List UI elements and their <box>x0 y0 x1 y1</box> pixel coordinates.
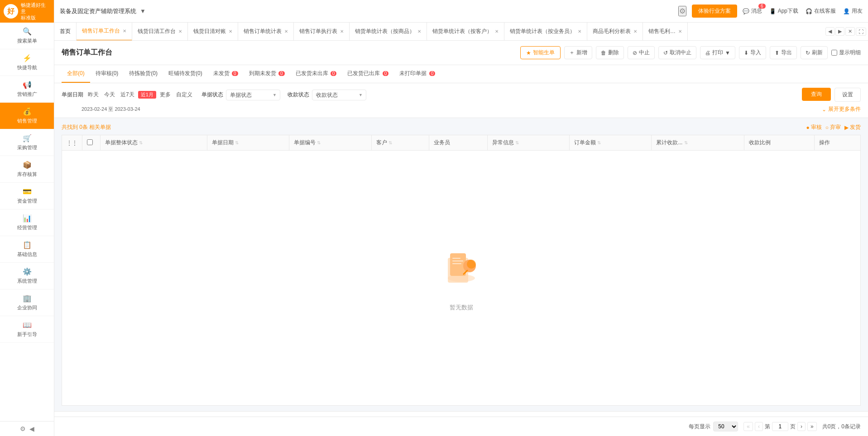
solution-btn[interactable]: 体验行业方案 <box>692 5 737 18</box>
display-detail-input[interactable] <box>831 50 837 56</box>
table-header-row: ⋮⋮ 单据整体状态 ⇅ 单据日期 ⇅ 单据编号 ⇅ <box>62 135 861 151</box>
page-last-btn[interactable]: » <box>807 422 817 431</box>
subtab-all[interactable]: 全部(0) <box>62 65 90 83</box>
message-btn[interactable]: 💬 消息 6 <box>743 7 762 15</box>
tab-sales-exec[interactable]: 销售订单执行表 ✕ <box>294 23 350 41</box>
tab-close-9[interactable]: ✕ <box>633 29 637 34</box>
subtab-pending-review[interactable]: 待审核(0) <box>90 65 124 83</box>
tab-close-2[interactable]: ✕ <box>178 29 182 34</box>
sidebar-item-guide[interactable]: 📖 新手引导 <box>0 316 54 343</box>
smart-generate-btn[interactable]: ★ 智能生单 <box>520 46 561 59</box>
tab-cash-daily-workbench[interactable]: 钱货日清工作台 ✕ <box>132 23 188 41</box>
sidebar-item-operations[interactable]: 📊 经营管理 <box>0 209 54 236</box>
tab-ship-product[interactable]: 销货单统计表（按商品） ✕ <box>350 23 427 41</box>
sidebar-item-marketing[interactable]: 📢 营销推广 <box>0 76 54 103</box>
date-opt-more[interactable]: 更多 <box>158 90 173 100</box>
sort-number-icon[interactable]: ⇅ <box>317 140 321 145</box>
date-opt-1month[interactable]: 近1月 <box>138 91 156 99</box>
subtab-shipped-no-outstock[interactable]: 已发货未出库 0 <box>290 65 342 83</box>
expand-filter-btn[interactable]: ⌄ 展开更多条件 <box>822 105 861 113</box>
tab-fullscreen-btn[interactable]: ⛶ <box>856 28 866 36</box>
horizontal-scrollbar[interactable] <box>54 411 868 417</box>
sort-status-icon[interactable]: ⇅ <box>139 140 143 145</box>
subtab-shipped-outstock-label: 已发货已出库 <box>347 70 380 76</box>
import-btn[interactable]: ⬇ 导入 <box>739 46 766 59</box>
sort-customer-icon[interactable]: ⇅ <box>388 140 392 145</box>
print-btn[interactable]: 🖨 打印 ▼ <box>700 46 735 59</box>
date-opt-yesterday[interactable]: 昨天 <box>86 90 101 100</box>
user-btn[interactable]: 👤 用友 <box>843 7 863 15</box>
tab-close-7[interactable]: ✕ <box>495 29 499 34</box>
subtab-unshipped[interactable]: 未发货 0 <box>208 65 244 83</box>
select-all-checkbox[interactable] <box>87 139 93 145</box>
sidebar-item-nav[interactable]: ⚡ 快捷导航 <box>0 49 54 76</box>
subtab-shipped-outstock[interactable]: 已发货已出库 0 <box>342 65 394 83</box>
tab-close-5[interactable]: ✕ <box>340 29 344 34</box>
system-dropdown-btn[interactable]: ▼ <box>140 8 146 14</box>
tab-sales-gross[interactable]: 销售毛利… ✕ <box>643 23 688 41</box>
subtab-unprinted[interactable]: 未打印单据 0 <box>394 65 441 83</box>
cancel-audit-btn[interactable]: ○ 弃审 <box>825 123 841 131</box>
payment-select[interactable]: 收款状态 <box>312 90 366 100</box>
subtab-overdue-unshipped[interactable]: 到期未发货 0 <box>244 65 290 83</box>
subtab-pending-inspect[interactable]: 待拣验货(0) <box>124 65 163 83</box>
ship-btn[interactable]: ▶ 发货 <box>844 123 861 131</box>
sidebar-item-basic[interactable]: 📋 基础信息 <box>0 236 54 263</box>
cancel-stop-btn[interactable]: ↺ 取消中止 <box>658 46 696 59</box>
tab-close-8[interactable]: ✕ <box>578 29 581 34</box>
page-input[interactable] <box>772 422 788 431</box>
app-download-btn[interactable]: 📱 App下载 <box>769 7 798 15</box>
tab-cash-reconcile[interactable]: 钱货日清对账 ✕ <box>188 23 238 41</box>
date-opt-custom[interactable]: 自定义 <box>174 90 194 100</box>
export-btn[interactable]: ⬆ 导出 <box>770 46 797 59</box>
refresh-btn[interactable]: ↻ 刷新 <box>801 46 828 59</box>
tab-scroll-left-btn[interactable]: ◀ <box>825 27 834 36</box>
per-page-select[interactable]: 50 20 100 <box>713 422 738 431</box>
table-count: 共找到 0条 相关单据 <box>62 123 111 131</box>
set-btn[interactable]: 设置 <box>834 88 861 102</box>
sidebar-item-search[interactable]: 🔍 搜索菜单 <box>0 23 54 49</box>
stop-btn[interactable]: ⊘ 中止 <box>628 46 655 59</box>
add-btn[interactable]: ＋ 新增 <box>564 46 592 59</box>
sort-date-icon[interactable]: ⇅ <box>235 140 239 145</box>
tab-close-all-btn[interactable]: ✕ <box>845 27 855 36</box>
tab-scroll-right-btn[interactable]: ▶ <box>835 27 844 36</box>
page-prev-btn[interactable]: ‹ <box>755 422 763 431</box>
sort-amount-icon[interactable]: ⇅ <box>597 140 601 145</box>
topbar: 装备及固定资产辅助管理系统 ▼ ⚙ 体验行业方案 💬 消息 6 📱 App下载 … <box>54 0 868 23</box>
page-next-btn[interactable]: › <box>797 422 806 431</box>
sort-collected-icon[interactable]: ⇅ <box>684 140 688 145</box>
sidebar-item-system[interactable]: ⚙️ 系统管理 <box>0 263 54 289</box>
sidebar-item-inventory[interactable]: 📦 库存核算 <box>0 156 54 183</box>
sidebar-item-sales[interactable]: 💰 销售管理 <box>0 103 54 129</box>
query-btn[interactable]: 查询 <box>802 88 831 101</box>
delete-btn[interactable]: 🗑 删除 <box>596 46 624 59</box>
sidebar-item-purchase[interactable]: 🛒 采购管理 <box>0 129 54 156</box>
audit-btn[interactable]: ● 审核 <box>806 123 822 131</box>
sidebar-collapse-btn[interactable]: ◀ <box>29 425 34 432</box>
sidebar-item-finance[interactable]: 💳 资金管理 <box>0 183 54 209</box>
tab-close-4[interactable]: ✕ <box>284 29 288 34</box>
tab-sales-order-workbench[interactable]: 销售订单工作台 ✕ <box>77 23 132 41</box>
page-first-btn[interactable]: « <box>743 422 753 431</box>
tab-close-3[interactable]: ✕ <box>229 29 232 34</box>
tab-ship-customer[interactable]: 销货单统计表（按客户） ✕ <box>427 23 504 41</box>
online-service-btn[interactable]: 🎧 在线客服 <box>806 7 836 15</box>
topbar-gear-btn[interactable]: ⚙ <box>678 6 686 16</box>
tab-close-10[interactable]: ✕ <box>678 29 682 34</box>
sidebar-item-enterprise[interactable]: 🏢 企业协同 <box>0 289 54 316</box>
status-select[interactable]: 单据状态 <box>226 90 280 100</box>
date-opt-today[interactable]: 今天 <box>102 90 117 100</box>
date-opt-7days[interactable]: 近7天 <box>119 90 136 100</box>
th-checkbox[interactable] <box>82 135 101 151</box>
tab-close-1[interactable]: ✕ <box>123 28 126 33</box>
tab-close-6[interactable]: ✕ <box>417 29 421 34</box>
tab-gross-profit[interactable]: 商品毛利分析表 ✕ <box>587 23 643 41</box>
display-detail-checkbox[interactable]: 显示明细 <box>831 49 861 57</box>
tab-sales-stats[interactable]: 销售订单统计表 ✕ <box>238 23 294 41</box>
subtab-wangpu-ship[interactable]: 旺铺待发货(0) <box>163 65 208 83</box>
tab-ship-salesman[interactable]: 销货单统计表（按业务员） ✕ <box>504 23 587 41</box>
tab-home[interactable]: 首页 <box>54 23 77 41</box>
sort-exception-icon[interactable]: ⇅ <box>515 140 519 145</box>
sidebar-settings-btn[interactable]: ⚙ <box>20 425 26 432</box>
